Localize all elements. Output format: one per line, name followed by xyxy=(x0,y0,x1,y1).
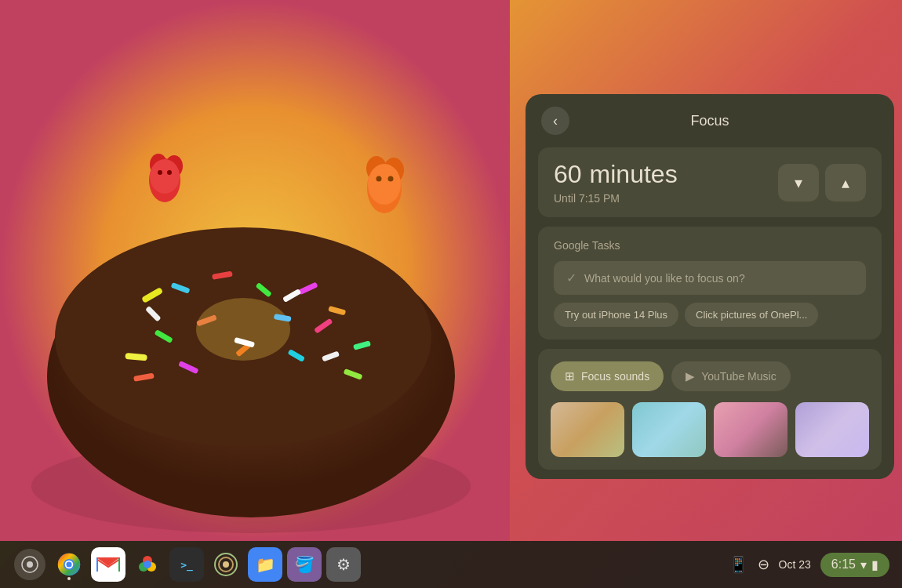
focus-sounds-icon: ⊞ xyxy=(565,369,575,383)
sound-thumbnails xyxy=(551,402,869,457)
sound-thumb-3[interactable] xyxy=(795,402,869,457)
task-chip-0[interactable]: Try out iPhone 14 Plus xyxy=(554,303,678,327)
chrome-active-indicator xyxy=(67,577,71,580)
phone-icon: 📱 xyxy=(729,555,748,574)
svg-point-31 xyxy=(167,170,172,175)
terminal-app-button[interactable]: >_ xyxy=(169,547,204,582)
focus-task-input[interactable]: ✓ What would you like to focus on? xyxy=(554,261,866,295)
task-manager-app-button[interactable]: 🪣 xyxy=(287,547,322,582)
youtube-music-icon: ▶ xyxy=(686,369,695,383)
mute-icon: ⊖ xyxy=(758,556,769,573)
svg-point-39 xyxy=(27,561,33,568)
chevron-up-icon: ▴ xyxy=(842,173,849,192)
sound-section: ⊞ Focus sounds ▶ YouTube Music xyxy=(538,349,882,470)
focus-panel-title: Focus xyxy=(690,113,729,129)
stepper-buttons: ▾ ▴ xyxy=(778,164,866,201)
files-app-button[interactable]: 📁 xyxy=(248,547,282,582)
svg-point-51 xyxy=(144,561,151,568)
taskbar: >_ 📁 🪣 ⚙ 📱 ⊖ Oct 23 xyxy=(0,541,902,588)
svg-point-35 xyxy=(368,164,401,205)
date-display: Oct 23 xyxy=(779,558,811,571)
sound-thumb-2[interactable] xyxy=(714,402,787,457)
svg-point-54 xyxy=(223,561,229,568)
chrome-app-button[interactable] xyxy=(52,547,86,582)
focus-panel: ‹ Focus 60 minutes Until 7:15 PM ▾ ▴ Goo… xyxy=(526,94,894,479)
wifi-icon: ▾ xyxy=(860,557,867,572)
minutes-increase-button[interactable]: ▴ xyxy=(825,164,866,201)
minutes-info: 60 minutes Until 7:15 PM xyxy=(554,160,678,205)
sound-thumb-0[interactable] xyxy=(551,402,624,457)
svg-rect-47 xyxy=(118,557,120,572)
task-chips: Try out iPhone 14 Plus Click pictures of… xyxy=(554,303,866,327)
chevron-down-icon: ▾ xyxy=(795,173,802,192)
back-button[interactable]: ‹ xyxy=(541,107,569,135)
taskbar-apps: >_ 📁 🪣 ⚙ xyxy=(13,547,729,582)
task-icon: ✓ xyxy=(566,270,576,285)
svg-point-37 xyxy=(388,176,394,182)
svg-point-29 xyxy=(150,159,180,194)
time-display[interactable]: 6:15 ▾ ▮ xyxy=(820,553,889,577)
svg-point-44 xyxy=(66,561,71,567)
youtube-music-button[interactable]: ▶ YouTube Music xyxy=(671,361,790,391)
tasks-section: Google Tasks ✓ What would you like to fo… xyxy=(538,227,882,339)
settings-app-button[interactable]: ⚙ xyxy=(326,547,361,582)
clock-time: 6:15 xyxy=(831,557,856,572)
battery-icon: ▮ xyxy=(871,557,878,572)
gmail-app-button[interactable] xyxy=(91,547,125,582)
focus-sounds-button[interactable]: ⊞ Focus sounds xyxy=(551,361,664,391)
focus-sounds-label: Focus sounds xyxy=(581,370,649,383)
svg-point-30 xyxy=(158,170,162,175)
youtube-music-label: YouTube Music xyxy=(701,370,776,383)
svg-rect-46 xyxy=(96,557,98,572)
focus-header: ‹ Focus xyxy=(526,94,894,147)
task-chip-1[interactable]: Click pictures of OnePl... xyxy=(685,303,818,327)
taskbar-status: 📱 ⊖ Oct 23 6:15 ▾ ▮ xyxy=(729,553,889,577)
wallpaper-illustration xyxy=(0,0,510,541)
minutes-value: 60 xyxy=(554,162,582,187)
launcher-button[interactable] xyxy=(13,547,47,582)
sound-mode-buttons: ⊞ Focus sounds ▶ YouTube Music xyxy=(551,361,869,391)
chevron-left-icon: ‹ xyxy=(553,113,558,129)
minutes-unit: minutes xyxy=(590,160,678,189)
sound-thumb-1[interactable] xyxy=(632,402,706,457)
focus-input-placeholder: What would you like to focus on? xyxy=(584,272,745,285)
svg-point-36 xyxy=(376,176,382,182)
photos-app-button[interactable] xyxy=(130,547,165,582)
until-time: Until 7:15 PM xyxy=(554,192,678,205)
tasks-section-label: Google Tasks xyxy=(554,239,866,252)
minutes-section: 60 minutes Until 7:15 PM ▾ ▴ xyxy=(538,147,882,217)
audio-app-button[interactable] xyxy=(209,547,243,582)
minutes-decrease-button[interactable]: ▾ xyxy=(778,164,819,201)
